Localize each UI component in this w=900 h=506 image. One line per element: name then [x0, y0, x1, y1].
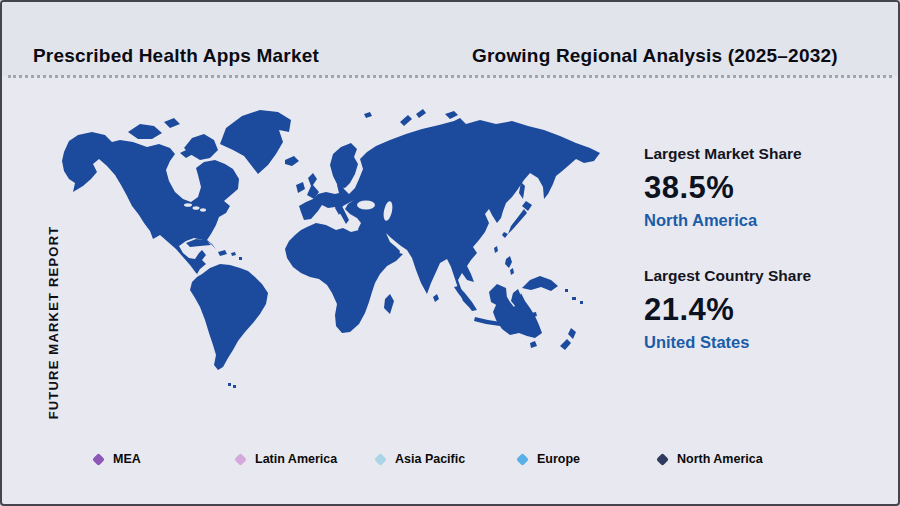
legend-label: MEA — [113, 452, 141, 466]
watermark-vertical-text: FUTURE MARKET REPORT — [46, 223, 63, 423]
legend-item-europe: Europe — [518, 451, 580, 467]
great-lake — [193, 206, 200, 210]
legend: MEA Latin America Asia Pacific Europe No… — [2, 451, 898, 469]
stat-block-market-share: Largest Market Share 38.5% North America — [644, 145, 884, 230]
legend-item-north-america: North America — [658, 451, 763, 467]
diamond-marker-icon — [234, 453, 247, 466]
great-lake — [184, 203, 192, 207]
great-lake — [200, 208, 206, 211]
stat-value: 21.4% — [644, 294, 884, 325]
dotted-divider — [8, 75, 892, 78]
black-sea — [357, 201, 375, 210]
stat-label: Largest Country Share — [644, 267, 884, 285]
world-map — [62, 102, 607, 407]
stat-region: North America — [644, 211, 884, 230]
legend-item-asia-pacific: Asia Pacific — [376, 451, 465, 467]
stat-label: Largest Market Share — [644, 145, 884, 163]
diamond-marker-icon — [374, 453, 387, 466]
landmasses — [62, 109, 600, 388]
landmass-south-america — [190, 264, 268, 370]
legend-label: Asia Pacific — [395, 452, 465, 466]
stat-block-country-share: Largest Country Share 21.4% United State… — [644, 267, 884, 352]
landmass-scandinavia — [330, 143, 358, 188]
page-title-right: Growing Regional Analysis (2025–2032) — [472, 45, 838, 67]
page-title-left: Prescribed Health Apps Market — [33, 45, 319, 67]
legend-label: Latin America — [255, 452, 337, 466]
legend-label: North America — [677, 452, 763, 466]
diamond-marker-icon — [92, 453, 105, 466]
diamond-marker-icon — [656, 453, 669, 466]
landmass-greenland — [220, 110, 291, 174]
stat-value: 38.5% — [644, 172, 884, 203]
diamond-marker-icon — [516, 453, 529, 466]
infographic-frame: Prescribed Health Apps Market Growing Re… — [0, 0, 900, 506]
header: Prescribed Health Apps Market Growing Re… — [2, 2, 898, 76]
legend-item-mea: MEA — [94, 451, 141, 467]
legend-item-latin-america: Latin America — [236, 451, 337, 467]
stat-region: United States — [644, 333, 884, 352]
legend-label: Europe — [537, 452, 580, 466]
